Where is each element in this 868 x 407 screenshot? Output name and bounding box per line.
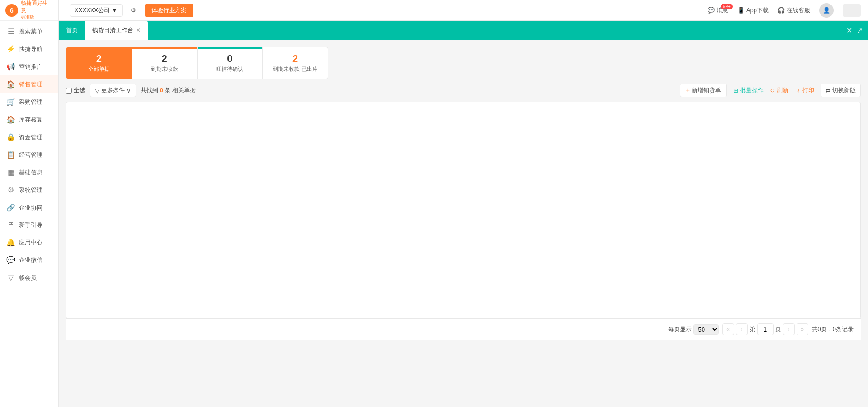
- experience-button[interactable]: 体验行业方案: [145, 4, 193, 17]
- marketing-icon: 📢: [6, 62, 15, 71]
- batch-ops-button[interactable]: ⊞ 批量操作: [733, 86, 764, 94]
- add-sales-button[interactable]: + 新增销货单: [680, 84, 727, 97]
- per-page-dropdown[interactable]: 50 100: [693, 324, 719, 335]
- newguide-icon: 🖥: [6, 221, 15, 229]
- user-name-area[interactable]: [843, 4, 861, 17]
- stat-num-overdue: 2: [139, 53, 190, 65]
- membership-icon: ▽: [6, 273, 15, 282]
- sidebar: 6 畅捷通好生意 标准版 ☰ 搜索菜单 ⚡ 快捷导航 📢 营销推广 🏠 销售管理…: [0, 0, 59, 407]
- print-button[interactable]: 🖨 打印: [795, 86, 814, 94]
- found-text: 共找到 0 条 相关单据: [141, 86, 196, 94]
- settings-button[interactable]: ⚙: [126, 3, 141, 18]
- restore-window-icon[interactable]: ✕: [846, 26, 852, 35]
- page-total: 共0页，0条记录: [812, 325, 854, 333]
- avatar-icon: 👤: [823, 7, 830, 14]
- online-service-button[interactable]: 🎧 在线客服: [778, 6, 810, 14]
- sidebar-item-membership[interactable]: ▽ 畅会员: [0, 269, 58, 286]
- service-icon: 🎧: [778, 7, 785, 14]
- chevron-down-icon: ▼: [112, 7, 118, 14]
- header-right: 💬 消息 99+ 📱 App下载 🎧 在线客服 👤: [708, 3, 861, 18]
- inventory-icon: 🏠: [6, 115, 15, 124]
- page-nav: « ‹ 第 页 › »: [722, 323, 808, 335]
- plus-icon: +: [686, 86, 690, 94]
- nav-tab-actions: ✕ ⤢: [846, 26, 868, 35]
- switch-new-button[interactable]: ⇄ 切换新版: [821, 84, 861, 97]
- sales-icon: 🏠: [6, 80, 15, 89]
- refresh-button[interactable]: ↻ 刷新: [770, 86, 788, 94]
- logo-sub: 标准版: [21, 14, 53, 20]
- sidebar-item-system[interactable]: ⚙ 系统管理: [0, 181, 58, 199]
- sidebar-menu: ☰ 搜索菜单 ⚡ 快捷导航 📢 营销推广 🏠 销售管理 🛒 采购管理 🏠 库存核…: [0, 21, 58, 286]
- main-content: 2 全部单据 2 到期未收款 0 旺辅待确认 2 到期未收款 已出库 全选 ▽ …: [59, 40, 868, 407]
- tab-close-icon[interactable]: ✕: [136, 27, 141, 33]
- select-all-area[interactable]: 全选: [66, 86, 85, 94]
- maximize-window-icon[interactable]: ⤢: [857, 26, 863, 35]
- first-page-button[interactable]: «: [722, 323, 734, 335]
- company-selector[interactable]: XXXXXX公司 ▼: [70, 4, 123, 17]
- ops-icon: 📋: [6, 150, 15, 159]
- stat-label-overdue-unshipped: 到期未收款 已出库: [270, 65, 321, 73]
- message-button[interactable]: 💬 消息 99+: [708, 6, 728, 14]
- sidebar-item-wechat[interactable]: 💬 企业微信: [0, 251, 58, 269]
- message-icon: 💬: [708, 7, 715, 14]
- stat-num-all: 2: [74, 53, 124, 65]
- toolbar: 全选 ▽ 更多条件 ∨ 共找到 0 条 相关单据 + 新增销货单 ⊞ 批量操作 …: [66, 79, 861, 102]
- stat-label-all: 全部单据: [74, 65, 124, 73]
- batch-icon: ⊞: [733, 87, 738, 94]
- sidebar-item-funds[interactable]: 🔒 资金管理: [0, 128, 58, 146]
- refresh-icon: ↻: [770, 87, 775, 94]
- select-all-checkbox[interactable]: [66, 88, 72, 94]
- sidebar-item-ops[interactable]: 📋 经营管理: [0, 146, 58, 164]
- sidebar-item-purchase[interactable]: 🛒 采购管理: [0, 93, 58, 111]
- tab-home[interactable]: 首页: [59, 21, 85, 40]
- stats-tabs: 2 全部单据 2 到期未收款 0 旺辅待确认 2 到期未收款 已出库: [66, 47, 328, 79]
- stat-label-overdue: 到期未收款: [139, 65, 190, 73]
- tab-cashflow[interactable]: 钱货日清工作台 ✕: [85, 21, 148, 40]
- chevron-down-filter-icon: ∨: [127, 87, 131, 94]
- download-icon: 📱: [737, 7, 745, 14]
- app-download-button[interactable]: 📱 App下载: [737, 6, 769, 14]
- sidebar-item-inventory[interactable]: 🏠 库存核算: [0, 111, 58, 128]
- table-area: [66, 102, 861, 318]
- logo-name: 畅捷通好生意: [21, 0, 53, 14]
- nav-tabs-bar: 首页 钱货日清工作台 ✕ ✕ ⤢: [59, 21, 868, 40]
- basicinfo-icon: ▦: [6, 168, 15, 177]
- funds-icon: 🔒: [6, 133, 15, 141]
- stat-label-wangpu: 旺辅待确认: [205, 65, 255, 73]
- stat-num-overdue-unshipped: 2: [270, 53, 321, 65]
- toolbar-right: + 新增销货单 ⊞ 批量操作 ↻ 刷新 🖨 打印 ⇄ 切换新版: [680, 84, 861, 97]
- stat-tab-all[interactable]: 2 全部单据: [66, 47, 132, 79]
- sidebar-item-appcenter[interactable]: 🔔 应用中心: [0, 234, 58, 251]
- per-page-select[interactable]: 每页显示 50 100: [668, 324, 719, 335]
- stat-tab-wangpu[interactable]: 0 旺辅待确认: [198, 47, 263, 79]
- stat-tab-overdue[interactable]: 2 到期未收款: [132, 47, 198, 79]
- print-icon: 🖨: [795, 87, 801, 94]
- sidebar-item-marketing[interactable]: 📢 营销推广: [0, 58, 58, 75]
- sidebar-item-search[interactable]: ☰ 搜索菜单: [0, 23, 58, 40]
- search-icon: ☰: [6, 27, 15, 36]
- stat-num-wangpu: 0: [205, 53, 255, 65]
- sidebar-item-basicinfo[interactable]: ▦ 基础信息: [0, 164, 58, 181]
- found-count: 0: [160, 87, 163, 94]
- filter-icon: ▽: [95, 87, 99, 94]
- stat-tab-overdue-unshipped[interactable]: 2 到期未收款 已出库: [263, 47, 328, 79]
- user-avatar[interactable]: 👤: [819, 3, 834, 18]
- last-page-button[interactable]: »: [797, 323, 808, 335]
- next-page-button[interactable]: ›: [783, 323, 795, 335]
- quicknav-icon: ⚡: [6, 45, 15, 53]
- logo-icon: 6: [5, 4, 18, 17]
- more-filters-button[interactable]: ▽ 更多条件 ∨: [90, 84, 136, 97]
- enterprise-icon: 🔗: [6, 203, 15, 212]
- page-input[interactable]: [757, 323, 774, 335]
- sidebar-item-newguide[interactable]: 🖥 新手引导: [0, 216, 58, 234]
- prev-page-button[interactable]: ‹: [736, 323, 748, 335]
- logo-area: 6 畅捷通好生意 标准版: [0, 0, 58, 21]
- system-icon: ⚙: [6, 186, 15, 194]
- sidebar-item-enterprise[interactable]: 🔗 企业协同: [0, 199, 58, 216]
- sidebar-item-sales[interactable]: 🏠 销售管理: [0, 75, 58, 93]
- sidebar-item-quicknav[interactable]: ⚡ 快捷导航: [0, 40, 58, 58]
- message-badge: 99+: [721, 4, 733, 9]
- appcenter-icon: 🔔: [6, 238, 15, 247]
- purchase-icon: 🛒: [6, 98, 15, 106]
- top-header: XXXXXX公司 ▼ ⚙ 体验行业方案 💬 消息 99+ 📱 App下载 🎧 在…: [0, 0, 868, 21]
